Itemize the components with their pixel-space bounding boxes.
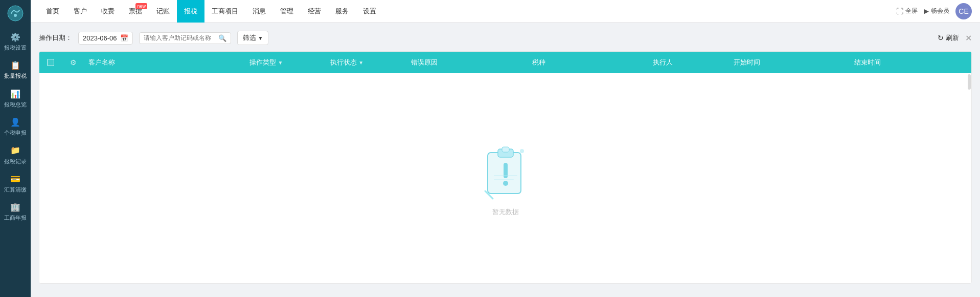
th-tax-type: 税种 [528, 58, 649, 67]
sidebar-item-annual-report[interactable]: 🏢 工商年报 [0, 198, 31, 226]
avatar[interactable]: CE [955, 3, 972, 19]
settlement-icon: 💳 [10, 174, 21, 185]
personal-tax-icon: 👤 [10, 117, 21, 128]
app-logo[interactable] [6, 4, 25, 23]
chevron-down-icon: ▼ [258, 35, 263, 41]
nav-item-service[interactable]: 服务 [328, 0, 356, 23]
tax-settings-icon: ⚙️ [10, 32, 21, 43]
nav-item-operation[interactable]: 经营 [301, 0, 328, 23]
svg-rect-4 [502, 147, 509, 152]
nav-item-invoice[interactable]: 票据 new [122, 0, 149, 23]
sidebar-item-tax-summary[interactable]: 📊 报税总览 [0, 84, 31, 113]
empty-state: 暂无数据 [460, 119, 552, 237]
empty-icon [480, 140, 531, 201]
sidebar: ⚙️ 报税设置 📋 批量报税 📊 报税总览 👤 个税申报 📁 报税记录 💳 汇算… [0, 0, 31, 297]
th-start-time: 开始时间 [730, 58, 851, 67]
batch-tax-icon: 📋 [10, 60, 21, 71]
page-content: 操作日期： 2023-06-06 📅 🔍 筛选 ▼ ↻ 刷新 [31, 23, 980, 297]
top-nav: 首页 客户 收费 票据 new 记账 报税 工商项目 消息 [31, 0, 980, 23]
nav-item-tax[interactable]: 报税 [177, 0, 204, 23]
th-customer-name: 客户名称 [84, 58, 245, 67]
sidebar-item-personal-tax[interactable]: 👤 个税申报 [0, 113, 31, 141]
nav-item-settings[interactable]: 设置 [356, 0, 383, 23]
svg-point-8 [520, 149, 524, 153]
nav-item-customer[interactable]: 客户 [66, 0, 94, 23]
filter-icon-status[interactable]: ▼ [358, 60, 363, 66]
search-box[interactable]: 🔍 [139, 32, 231, 44]
sidebar-item-settlement[interactable]: 💳 汇算清缴 [0, 169, 31, 198]
filter-button[interactable]: 筛选 ▼ [237, 31, 269, 45]
member-button[interactable]: ▶ 畅会员 [924, 7, 949, 15]
toolbar: 操作日期： 2023-06-06 📅 🔍 筛选 ▼ ↻ 刷新 [39, 31, 972, 45]
annual-report-icon: 🏢 [10, 202, 21, 213]
toolbar-right: ↻ 刷新 ✕ [938, 33, 972, 43]
close-button[interactable]: ✕ [965, 33, 972, 43]
checkbox-box [47, 59, 54, 66]
nav-item-bookkeeping[interactable]: 记账 [149, 0, 177, 23]
svg-point-1 [14, 14, 17, 17]
sidebar-item-tax-settings[interactable]: ⚙️ 报税设置 [0, 28, 31, 56]
table-container: ⚙ 客户名称 操作类型 ▼ 执行状态 ▼ 错误原因 [39, 51, 972, 284]
date-label: 操作日期： [39, 33, 72, 43]
svg-point-0 [8, 6, 23, 21]
date-input[interactable]: 2023-06-06 📅 [78, 32, 133, 45]
table-header: ⚙ 客户名称 操作类型 ▼ 执行状态 ▼ 错误原因 [39, 52, 971, 73]
calendar-icon: 📅 [120, 34, 128, 42]
select-all-checkbox[interactable] [47, 59, 54, 66]
nav-items: 首页 客户 收费 票据 new 记账 报税 工商项目 消息 [39, 0, 896, 23]
refresh-icon: ↻ [938, 34, 944, 42]
filter-icon-operation[interactable]: ▼ [278, 60, 283, 66]
sidebar-item-tax-record[interactable]: 📁 报税记录 [0, 141, 31, 169]
fullscreen-button[interactable]: ⛶ 全屏 [896, 7, 918, 15]
nav-right: ⛶ 全屏 ▶ 畅会员 CE [896, 3, 972, 19]
search-input[interactable] [144, 34, 216, 41]
scroll-thumb [968, 74, 971, 90]
th-executor: 执行人 [649, 58, 730, 67]
nav-item-manage[interactable]: 管理 [273, 0, 301, 23]
th-exec-status: 执行状态 ▼ [326, 58, 407, 67]
nav-item-business[interactable]: 工商项目 [204, 0, 245, 23]
table-body: 暂无数据 [39, 73, 971, 283]
content-area: 操作日期： 2023-06-06 📅 🔍 筛选 ▼ ↻ 刷新 [31, 23, 980, 297]
tax-record-icon: 📁 [10, 145, 21, 157]
refresh-button[interactable]: ↻ 刷新 [938, 33, 959, 43]
th-operation-type: 操作类型 ▼ [245, 58, 326, 67]
th-end-time: 结束时间 [850, 58, 971, 67]
fullscreen-icon: ⛶ [896, 7, 903, 15]
sidebar-item-batch-tax[interactable]: 📋 批量报税 [0, 56, 31, 84]
th-checkbox[interactable] [39, 59, 62, 66]
new-badge: new [135, 3, 147, 10]
th-error-reason: 错误原因 [407, 58, 528, 67]
search-icon: 🔍 [218, 34, 226, 42]
nav-item-home[interactable]: 首页 [39, 0, 66, 23]
gear-icon: ⚙ [70, 58, 77, 67]
tax-summary-icon: 📊 [10, 89, 21, 100]
svg-point-6 [503, 181, 508, 186]
main-area: 首页 客户 收费 票据 new 记账 报税 工商项目 消息 [31, 0, 980, 297]
nav-item-message[interactable]: 消息 [245, 0, 273, 23]
th-gear[interactable]: ⚙ [62, 58, 84, 67]
empty-text: 暂无数据 [492, 207, 519, 217]
scrollbar[interactable] [967, 73, 971, 283]
nav-item-billing[interactable]: 收费 [94, 0, 122, 23]
video-icon: ▶ [924, 7, 929, 15]
